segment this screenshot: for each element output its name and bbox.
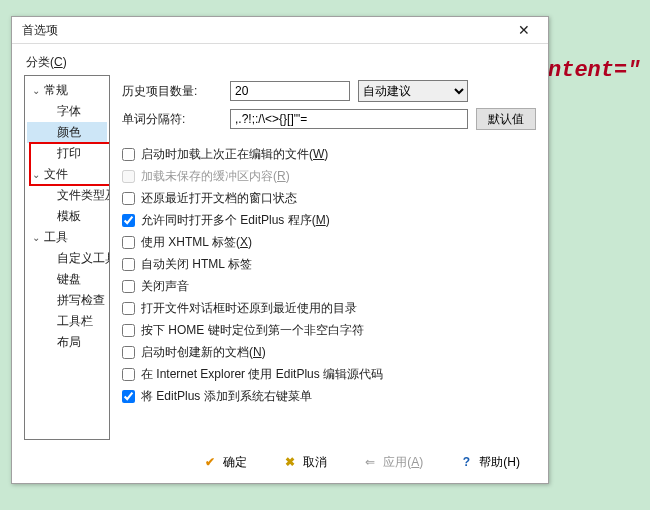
option-label: 使用 XHTML 标签(X) bbox=[141, 234, 252, 251]
option-checkbox-8[interactable] bbox=[122, 324, 135, 337]
option-label: 还原最近打开文档的窗口状态 bbox=[141, 190, 297, 207]
tree-item-8[interactable]: 自定义工具 bbox=[27, 248, 107, 269]
tree-item-label: 打印 bbox=[57, 145, 81, 162]
option-checkbox-9[interactable] bbox=[122, 346, 135, 359]
cancel-icon: ✖ bbox=[283, 455, 297, 469]
option-label: 自动关闭 HTML 标签 bbox=[141, 256, 252, 273]
option-checkbox-2[interactable] bbox=[122, 192, 135, 205]
option-label: 将 EditPlus 添加到系统右键菜单 bbox=[141, 388, 312, 405]
option-label: 启动时加载上次正在编辑的文件(W) bbox=[141, 146, 328, 163]
option-label: 按下 HOME 键时定位到第一个非空白字符 bbox=[141, 322, 364, 339]
option-row-0[interactable]: 启动时加载上次正在编辑的文件(W) bbox=[122, 143, 536, 165]
category-label: 分类(C) bbox=[26, 54, 536, 71]
close-button[interactable]: ✕ bbox=[504, 19, 544, 41]
option-checkbox-7[interactable] bbox=[122, 302, 135, 315]
tree-item-label: 工具 bbox=[44, 229, 68, 246]
tree-item-label: 文件类型及语法 bbox=[57, 187, 110, 204]
tree-item-label: 键盘 bbox=[57, 271, 81, 288]
default-button[interactable]: 默认值 bbox=[476, 108, 536, 130]
history-count-label: 历史项目数量: bbox=[122, 83, 222, 100]
help-button[interactable]: ? 帮助(H) bbox=[449, 449, 530, 475]
tree-item-2[interactable]: 颜色 bbox=[27, 122, 107, 143]
option-checkbox-4[interactable] bbox=[122, 236, 135, 249]
tree-item-12[interactable]: 布局 bbox=[27, 332, 107, 353]
tree-item-5[interactable]: 文件类型及语法 bbox=[27, 185, 107, 206]
tree-item-label: 颜色 bbox=[57, 124, 81, 141]
tree-item-7[interactable]: ⌄工具 bbox=[27, 227, 107, 248]
option-row-2[interactable]: 还原最近打开文档的窗口状态 bbox=[122, 187, 536, 209]
options-checklist: 启动时加载上次正在编辑的文件(W)加载未保存的缓冲区内容(R)还原最近打开文档的… bbox=[122, 143, 536, 407]
tree-item-9[interactable]: 键盘 bbox=[27, 269, 107, 290]
option-label: 打开文件对话框时还原到最近使用的目录 bbox=[141, 300, 357, 317]
option-checkbox-0[interactable] bbox=[122, 148, 135, 161]
tree-item-label: 字体 bbox=[57, 103, 81, 120]
apply-button[interactable]: ⇐ 应用(A) bbox=[353, 449, 433, 475]
option-row-7[interactable]: 打开文件对话框时还原到最近使用的目录 bbox=[122, 297, 536, 319]
option-row-5[interactable]: 自动关闭 HTML 标签 bbox=[122, 253, 536, 275]
option-checkbox-3[interactable] bbox=[122, 214, 135, 227]
option-checkbox-11[interactable] bbox=[122, 390, 135, 403]
option-row-10[interactable]: 在 Internet Explorer 使用 EditPlus 编辑源代码 bbox=[122, 363, 536, 385]
tree-item-label: 文件 bbox=[44, 166, 68, 183]
tree-item-label: 模板 bbox=[57, 208, 81, 225]
tree-item-6[interactable]: 模板 bbox=[27, 206, 107, 227]
cancel-button[interactable]: ✖ 取消 bbox=[273, 449, 337, 475]
option-row-6[interactable]: 关闭声音 bbox=[122, 275, 536, 297]
check-icon: ✔ bbox=[203, 455, 217, 469]
option-checkbox-6[interactable] bbox=[122, 280, 135, 293]
tree-item-11[interactable]: 工具栏 bbox=[27, 311, 107, 332]
tree-item-label: 拼写检查 bbox=[57, 292, 105, 309]
option-row-9[interactable]: 启动时创建新的文档(N) bbox=[122, 341, 536, 363]
option-checkbox-10[interactable] bbox=[122, 368, 135, 381]
option-row-4[interactable]: 使用 XHTML 标签(X) bbox=[122, 231, 536, 253]
tree-item-4[interactable]: ⌄文件 bbox=[27, 164, 107, 185]
code-bg-text: ntent=" bbox=[548, 58, 640, 83]
word-delim-label: 单词分隔符: bbox=[122, 111, 222, 128]
option-row-3[interactable]: 允许同时打开多个 EditPlus 程序(M) bbox=[122, 209, 536, 231]
dialog-buttons: ✔ 确定 ✖ 取消 ⇐ 应用(A) ? 帮助(H) bbox=[24, 440, 536, 483]
tree-item-1[interactable]: 字体 bbox=[27, 101, 107, 122]
settings-panel: 历史项目数量: 自动建议 单词分隔符: 默认值 启动时加载上次正在编辑的文件(W… bbox=[122, 75, 536, 440]
tree-item-10[interactable]: 拼写检查 bbox=[27, 290, 107, 311]
history-count-input[interactable] bbox=[230, 81, 350, 101]
tree-item-3[interactable]: 打印 bbox=[27, 143, 107, 164]
option-label: 启动时创建新的文档(N) bbox=[141, 344, 266, 361]
tree-item-label: 布局 bbox=[57, 334, 81, 351]
tree-item-label: 自定义工具 bbox=[57, 250, 110, 267]
preferences-dialog: 首选项 ✕ 分类(C) ⌄常规字体颜色打印⌄文件文件类型及语法模板⌄工具自定义工… bbox=[11, 16, 549, 484]
close-icon: ✕ bbox=[518, 23, 530, 37]
apply-icon: ⇐ bbox=[363, 455, 377, 469]
option-row-8[interactable]: 按下 HOME 键时定位到第一个非空白字符 bbox=[122, 319, 536, 341]
titlebar: 首选项 ✕ bbox=[12, 17, 548, 44]
option-row-1: 加载未保存的缓冲区内容(R) bbox=[122, 165, 536, 187]
option-label: 加载未保存的缓冲区内容(R) bbox=[141, 168, 290, 185]
help-icon: ? bbox=[459, 455, 473, 469]
chevron-down-icon: ⌄ bbox=[31, 166, 41, 183]
option-label: 关闭声音 bbox=[141, 278, 189, 295]
tree-item-label: 常规 bbox=[44, 82, 68, 99]
category-tree[interactable]: ⌄常规字体颜色打印⌄文件文件类型及语法模板⌄工具自定义工具键盘拼写检查工具栏布局 bbox=[24, 75, 110, 440]
tree-item-0[interactable]: ⌄常规 bbox=[27, 80, 107, 101]
chevron-down-icon: ⌄ bbox=[31, 229, 41, 246]
option-label: 允许同时打开多个 EditPlus 程序(M) bbox=[141, 212, 330, 229]
option-checkbox-5[interactable] bbox=[122, 258, 135, 271]
option-label: 在 Internet Explorer 使用 EditPlus 编辑源代码 bbox=[141, 366, 383, 383]
ok-button[interactable]: ✔ 确定 bbox=[193, 449, 257, 475]
option-row-11[interactable]: 将 EditPlus 添加到系统右键菜单 bbox=[122, 385, 536, 407]
word-delim-input[interactable] bbox=[230, 109, 468, 129]
history-suggest-select[interactable]: 自动建议 bbox=[358, 80, 468, 102]
tree-item-label: 工具栏 bbox=[57, 313, 93, 330]
chevron-down-icon: ⌄ bbox=[31, 82, 41, 99]
dialog-title: 首选项 bbox=[22, 22, 504, 39]
option-checkbox-1 bbox=[122, 170, 135, 183]
